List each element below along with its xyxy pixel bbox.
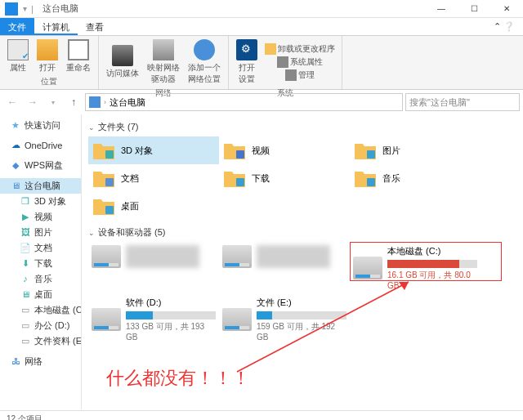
sidebar-item-wps[interactable]: ◆WPS网盘 bbox=[0, 158, 81, 173]
open-button[interactable]: 打开 bbox=[33, 38, 62, 75]
folder-item[interactable]: 文档 bbox=[88, 164, 219, 192]
folder-icon bbox=[222, 167, 247, 190]
annotation-text: 什么都没有！！！ bbox=[106, 366, 250, 391]
doc-icon: 📄 bbox=[20, 243, 31, 254]
drive-item[interactable]: 软件 (D:)133 GB 可用，共 193 GB bbox=[88, 293, 219, 345]
menu-bar: 文件 计算机 查看 ⌃ ❔ bbox=[0, 18, 523, 36]
tab-file[interactable]: 文件 bbox=[0, 18, 34, 35]
drive-icon: ▭ bbox=[20, 336, 31, 347]
svg-rect-5 bbox=[367, 178, 375, 186]
sidebar-item-dl[interactable]: ⬇下载 bbox=[0, 256, 81, 271]
content-pane: ⌄文件夹 (7) 3D 对象视频图片文档下载音乐桌面 ⌄设备和驱动器 (5) 本… bbox=[82, 114, 523, 410]
window-title: 这台电脑 bbox=[36, 0, 85, 17]
folder-item[interactable]: 3D 对象 bbox=[88, 136, 219, 164]
wps-icon: ◆ bbox=[10, 160, 21, 172]
drive-icon bbox=[92, 245, 121, 268]
usage-bar bbox=[387, 260, 477, 268]
nav-recent-button[interactable]: ▾ bbox=[44, 93, 62, 111]
map-drive-button[interactable]: 映射网络 驱动器 bbox=[143, 38, 184, 87]
manage-button[interactable]: 管理 bbox=[262, 69, 338, 82]
folder-item[interactable]: 视频 bbox=[219, 136, 350, 164]
folder-item[interactable]: 桌面 bbox=[88, 192, 219, 220]
maximize-button[interactable]: ☐ bbox=[458, 0, 490, 18]
net-icon: 🖧 bbox=[10, 356, 21, 368]
svg-rect-0 bbox=[105, 150, 114, 159]
drive-icon: ▭ bbox=[20, 320, 31, 332]
item-count: 12 个项目 bbox=[7, 413, 42, 421]
window-controls: — ☐ ✕ bbox=[425, 0, 523, 18]
sidebar-item-drive[interactable]: ▭本地磁盘 (C:) bbox=[0, 302, 81, 318]
folder-icon bbox=[92, 194, 116, 217]
svg-rect-2 bbox=[367, 150, 375, 159]
properties-button[interactable]: ✔属性 bbox=[3, 38, 33, 75]
status-bar: 12 个项目 bbox=[0, 410, 523, 420]
system-properties-button[interactable]: 系统属性 bbox=[262, 56, 338, 69]
sidebar-item-video[interactable]: ▶视频 bbox=[0, 209, 81, 225]
drives-section-header[interactable]: ⌄设备和驱动器 (5) bbox=[88, 226, 516, 239]
drive-item[interactable] bbox=[219, 242, 350, 293]
drive-item[interactable]: 本地磁盘 (C:)16.1 GB 可用，共 80.0 GB bbox=[350, 242, 481, 293]
music-icon: ♪ bbox=[20, 274, 31, 285]
blurred-drive bbox=[257, 245, 330, 268]
folder-icon bbox=[92, 167, 116, 190]
address-box[interactable]: › 这台电脑 bbox=[85, 93, 403, 111]
ribbon: ✔属性 打开 重命名 位置 访问媒体 映射网络 驱动器 添加一个 网络位置 网络… bbox=[0, 36, 523, 90]
drive-icon bbox=[222, 308, 252, 331]
main-area: ★快速访问☁OneDrive◆WPS网盘🖥这台电脑❒3D 对象▶视频🖼图片📄文档… bbox=[0, 114, 523, 410]
3d-icon: ❒ bbox=[20, 196, 31, 208]
nav-back-button[interactable]: ← bbox=[3, 93, 21, 111]
sidebar-item-drive[interactable]: ▭办公 (D:) bbox=[0, 318, 81, 333]
svg-rect-6 bbox=[105, 206, 114, 214]
folder-item[interactable]: 下载 bbox=[219, 164, 350, 192]
pc-icon: 🖥 bbox=[10, 181, 21, 192]
open-settings-button[interactable]: ⚙打开 设置 bbox=[232, 38, 262, 87]
sidebar-item-desk[interactable]: 🖥桌面 bbox=[0, 287, 81, 302]
drive-item[interactable]: 文件 (E:)159 GB 可用，共 192 GB bbox=[219, 293, 350, 345]
svg-rect-4 bbox=[236, 178, 244, 186]
drive-item[interactable] bbox=[88, 242, 219, 293]
sidebar-item-3d[interactable]: ❒3D 对象 bbox=[0, 194, 81, 209]
add-network-location-button[interactable]: 添加一个 网络位置 bbox=[184, 38, 225, 87]
search-placeholder: 搜索"这台电脑" bbox=[409, 96, 470, 109]
folder-icon bbox=[353, 167, 378, 190]
desk-icon: 🖥 bbox=[20, 289, 31, 301]
qat-down-icon[interactable]: ▾ bbox=[21, 4, 29, 13]
nav-forward-button[interactable]: → bbox=[24, 93, 42, 111]
sidebar-item-music[interactable]: ♪音乐 bbox=[0, 271, 81, 287]
ribbon-group-location: ✔属性 打开 重命名 位置 bbox=[0, 36, 99, 89]
sidebar-item-drive[interactable]: ▭文件资料 (E:) bbox=[0, 333, 81, 349]
usage-bar bbox=[257, 311, 346, 319]
sidebar-item-cloud[interactable]: ☁OneDrive bbox=[0, 138, 81, 153]
ribbon-help-icon[interactable]: ⌃ ❔ bbox=[485, 18, 523, 35]
minimize-button[interactable]: — bbox=[425, 0, 458, 18]
ribbon-group-network: 访问媒体 映射网络 驱动器 添加一个 网络位置 网络 bbox=[99, 36, 229, 89]
chevron-down-icon: ⌄ bbox=[88, 123, 95, 132]
folders-section-header[interactable]: ⌄文件夹 (7) bbox=[88, 121, 516, 133]
pic-icon: 🖼 bbox=[20, 227, 31, 239]
folder-item[interactable]: 图片 bbox=[350, 136, 481, 164]
nav-up-button[interactable]: ↑ bbox=[65, 93, 83, 111]
sidebar-item-pc[interactable]: 🖥这台电脑 bbox=[0, 178, 81, 194]
ribbon-group-label: 位置 bbox=[3, 75, 95, 88]
chevron-down-icon: ⌄ bbox=[88, 229, 95, 237]
close-button[interactable]: ✕ bbox=[490, 0, 523, 18]
uninstall-button[interactable]: 卸载或更改程序 bbox=[262, 42, 338, 56]
folder-icon bbox=[353, 139, 378, 162]
sidebar-item-doc[interactable]: 📄文档 bbox=[0, 240, 81, 256]
video-icon: ▶ bbox=[20, 212, 31, 223]
tab-view[interactable]: 查看 bbox=[78, 18, 112, 35]
sidebar-item-net[interactable]: 🖧网络 bbox=[0, 354, 81, 369]
drive-icon bbox=[92, 308, 121, 331]
drives-grid: 本地磁盘 (C:)16.1 GB 可用，共 80.0 GB软件 (D:)133 … bbox=[88, 242, 516, 345]
folder-item[interactable]: 音乐 bbox=[350, 164, 481, 192]
tab-computer[interactable]: 计算机 bbox=[34, 18, 78, 35]
search-input[interactable]: 搜索"这台电脑" bbox=[405, 93, 520, 111]
svg-rect-3 bbox=[105, 178, 114, 186]
sidebar-item-pic[interactable]: 🖼图片 bbox=[0, 225, 81, 240]
svg-rect-1 bbox=[236, 150, 244, 159]
rename-button[interactable]: 重命名 bbox=[62, 38, 95, 75]
drive-icon bbox=[222, 245, 252, 268]
titlebar: ▾ | 这台电脑 — ☐ ✕ bbox=[0, 0, 523, 18]
access-media-button[interactable]: 访问媒体 bbox=[102, 38, 143, 87]
sidebar-item-star[interactable]: ★快速访问 bbox=[0, 118, 81, 133]
